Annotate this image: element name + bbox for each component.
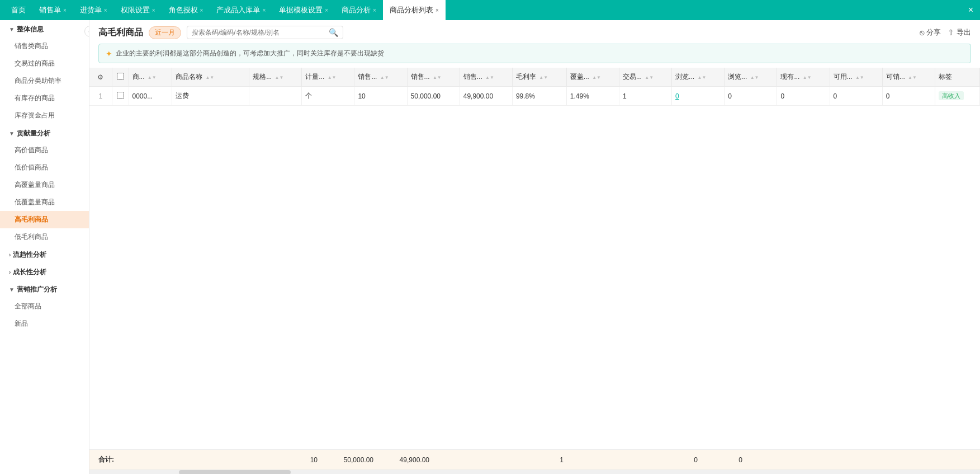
col-usable[interactable]: 可用... ▲▼ xyxy=(830,68,882,87)
row-checkbox-cell[interactable] xyxy=(112,87,129,106)
sidebar-group-trend: › 流趋性分析 xyxy=(0,246,89,263)
nav-permissions-close[interactable]: × xyxy=(152,7,155,13)
footer-sale-qty: 10 xyxy=(277,456,322,464)
nav-template[interactable]: 单据模板设置 × xyxy=(272,0,335,20)
sidebar-group-marketing-title[interactable]: ▼ 营销推广分析 xyxy=(0,280,89,298)
col-code[interactable]: 商... ▲▼ xyxy=(129,68,172,87)
col-browse1[interactable]: 浏览... ▲▼ xyxy=(672,68,725,87)
sort-icon-gross-rate: ▲▼ xyxy=(539,76,548,80)
sidebar-item-high-value[interactable]: 高价值商品 xyxy=(0,142,89,159)
sidebar-group-trend-title[interactable]: › 流趋性分析 xyxy=(0,246,89,263)
col-settings[interactable]: ⚙ xyxy=(89,68,112,87)
nav-template-label: 单据模板设置 xyxy=(279,5,323,15)
col-name[interactable]: 商品名称 ▲▼ xyxy=(172,68,249,87)
sidebar-item-traded-goods[interactable]: 交易过的商品 xyxy=(0,55,89,72)
nav-roles-close[interactable]: × xyxy=(200,7,203,13)
search-input[interactable] xyxy=(192,29,326,36)
search-icon[interactable]: 🔍 xyxy=(329,28,338,37)
export-button[interactable]: ⇧ 导出 xyxy=(948,27,971,37)
col-saleable[interactable]: 可销... ▲▼ xyxy=(882,68,935,87)
sidebar-item-low-coverage[interactable]: 低覆盖量商品 xyxy=(0,194,89,211)
window-close-icon[interactable]: × xyxy=(968,5,973,15)
row-code: 0000... xyxy=(129,87,172,106)
col-sale-qty[interactable]: 销售... ▲▼ xyxy=(354,68,407,87)
sidebar-item-low-value[interactable]: 低价值商品 xyxy=(0,159,89,176)
time-filter-button[interactable]: 近一月 xyxy=(149,26,181,39)
sidebar-item-new-products[interactable]: 新品 xyxy=(0,315,89,332)
sort-icon-sale-amt2: ▲▼ xyxy=(485,76,494,80)
sort-icon-unit: ▲▼ xyxy=(328,76,337,80)
select-all-checkbox[interactable] xyxy=(117,73,124,80)
sort-icon-sale-amt: ▲▼ xyxy=(433,76,442,80)
nav-product-entry[interactable]: 产成品入库单 × xyxy=(210,0,272,20)
col-sale-amt2[interactable]: 销售... ▲▼ xyxy=(460,68,512,87)
sidebar-item-stock-fund[interactable]: 库存资金占用 xyxy=(0,107,89,124)
footer-current: 0 xyxy=(657,456,702,464)
sidebar-item-sales-goods[interactable]: 销售类商品 xyxy=(0,37,89,55)
nav-product-analysis-list-close[interactable]: × xyxy=(435,7,439,13)
sidebar-item-low-gross[interactable]: 低毛利商品 xyxy=(0,228,89,246)
arrow-icon-2: ▼ xyxy=(9,130,15,137)
col-current[interactable]: 现有... ▲▼ xyxy=(777,68,830,87)
group-title-marketing: 营销推广分析 xyxy=(17,285,57,294)
footer-usable: 0 xyxy=(702,456,747,464)
sidebar-item-high-gross[interactable]: 高毛利商品 xyxy=(0,211,89,228)
sort-icon-trade: ▲▼ xyxy=(645,76,654,80)
collapse-icon: « xyxy=(88,29,89,35)
page-title: 高毛利商品 xyxy=(98,27,143,39)
footer-trade: 1 xyxy=(523,456,568,464)
info-icon: ✦ xyxy=(106,49,112,58)
row-spec xyxy=(249,87,302,106)
row-sale-amt2: 49,900.00 xyxy=(460,87,512,106)
col-spec[interactable]: 规格... ▲▼ xyxy=(249,68,302,87)
sort-icon-current: ▲▼ xyxy=(803,76,812,80)
nav-template-close[interactable]: × xyxy=(325,7,328,13)
sidebar-group-growth: › 成长性分析 xyxy=(0,263,89,280)
col-unit[interactable]: 计量... ▲▼ xyxy=(302,68,354,87)
col-tag[interactable]: 标签 xyxy=(935,68,979,87)
col-coverage[interactable]: 覆盖... ▲▼ xyxy=(566,68,619,87)
footer-sale-amt: 50,000.00 xyxy=(322,456,378,464)
col-sale-amt[interactable]: 销售... ▲▼ xyxy=(407,68,460,87)
row-browse1[interactable]: 0 xyxy=(672,87,725,106)
info-banner-text: 企业的主要的利润都是这部分商品创造的，可考虑加大推广，同时关注库存是不要出现缺货 xyxy=(116,49,384,58)
sort-icon-name: ▲▼ xyxy=(205,76,214,80)
horizontal-scrollbar[interactable] xyxy=(89,470,980,474)
sidebar-item-all-goods[interactable]: 全部商品 xyxy=(0,298,89,315)
nav-permissions[interactable]: 权限设置 × xyxy=(114,0,162,20)
nav-sales-close[interactable]: × xyxy=(63,7,67,13)
nav-home[interactable]: 首页 xyxy=(4,0,32,20)
nav-purchase[interactable]: 进货单 × xyxy=(73,0,114,20)
footer-sale-amt2: 49,900.00 xyxy=(378,456,434,464)
group-title-growth: 成长性分析 xyxy=(13,267,46,277)
sidebar-item-category-rate[interactable]: 商品分类助销率 xyxy=(0,72,89,90)
sidebar-group-contribution-title[interactable]: ▼ 贡献量分析 xyxy=(0,124,89,142)
nav-sales[interactable]: 销售单 × xyxy=(32,0,73,20)
row-checkbox[interactable] xyxy=(117,92,124,99)
col-gross-rate[interactable]: 毛利率 ▲▼ xyxy=(512,68,566,87)
sidebar-group-growth-title[interactable]: › 成长性分析 xyxy=(0,263,89,280)
sidebar-group-overview: ▼ 整体信息 销售类商品 交易过的商品 商品分类助销率 有库存的商品 库存资金占… xyxy=(0,20,89,124)
nav-product-analysis-list[interactable]: 商品分析列表 × xyxy=(383,0,446,20)
nav-roles[interactable]: 角色授权 × xyxy=(162,0,210,20)
footer-total: 合计: 10 50,000.00 49,900.00 1 0 0 xyxy=(89,449,980,470)
nav-purchase-close[interactable]: × xyxy=(104,7,107,13)
nav-product-entry-close[interactable]: × xyxy=(262,7,266,13)
col-trade[interactable]: 交易... ▲▼ xyxy=(619,68,671,87)
sort-icon-code: ▲▼ xyxy=(148,76,157,80)
share-button[interactable]: ⎋ 分享 xyxy=(920,27,941,37)
nav-product-analysis-close[interactable]: × xyxy=(373,7,376,13)
col-browse2[interactable]: 浏览... ▲▼ xyxy=(725,68,777,87)
nav-purchase-label: 进货单 xyxy=(80,5,102,15)
sidebar-group-overview-title[interactable]: ▼ 整体信息 xyxy=(0,20,89,37)
sidebar: « ▼ 整体信息 销售类商品 交易过的商品 商品分类助销率 有库存的商品 库存资… xyxy=(0,20,89,474)
sidebar-item-in-stock[interactable]: 有库存的商品 xyxy=(0,90,89,107)
table-container[interactable]: ⚙ 商... ▲▼ 商品名称 ▲▼ xyxy=(89,68,980,449)
row-sale-qty: 10 xyxy=(354,87,407,106)
row-num: 1 xyxy=(89,87,112,106)
sort-icon-browse2: ▲▼ xyxy=(750,76,759,80)
sidebar-item-high-coverage[interactable]: 高覆盖量商品 xyxy=(0,176,89,194)
col-checkbox[interactable] xyxy=(112,68,129,87)
sort-icon-coverage: ▲▼ xyxy=(592,76,601,80)
nav-product-analysis[interactable]: 商品分析 × xyxy=(335,0,383,20)
